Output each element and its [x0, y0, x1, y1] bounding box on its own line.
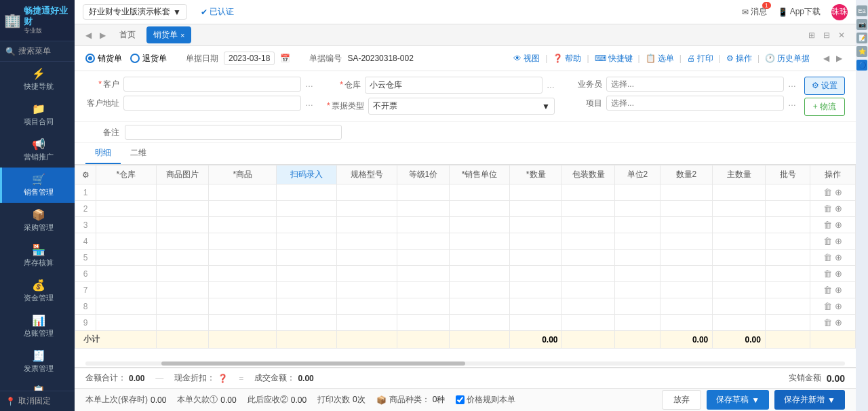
row-1-price[interactable]	[397, 184, 450, 201]
sidebar-item-invoice[interactable]: 🧾 发票管理	[0, 344, 75, 379]
row-1-warehouse[interactable]	[96, 184, 157, 201]
invoice-select[interactable]: 不开票 ▼	[368, 98, 555, 115]
project-dots[interactable]: …	[788, 98, 796, 108]
next-record-btn[interactable]: ▶	[833, 52, 845, 64]
save-new-btn[interactable]: 保存并新增 ▼	[774, 390, 845, 410]
tab-home[interactable]: 首页	[111, 26, 144, 43]
customer-dots[interactable]: …	[305, 79, 313, 89]
tab-sales-order[interactable]: 销货单 ×	[146, 26, 191, 43]
operate-btn[interactable]: ⚙ 操作	[726, 53, 752, 64]
sidebar-item-tax[interactable]: 📋 税务管理	[0, 379, 75, 391]
price-check-checkbox[interactable]	[456, 395, 465, 404]
scroll-thumb[interactable]	[161, 361, 465, 366]
row-3-copy-btn[interactable]: ⊕	[835, 220, 842, 230]
sidebar-search[interactable]: 🔍 搜索菜单	[0, 41, 75, 62]
tab-close-icon[interactable]: ×	[180, 31, 184, 39]
row-7-copy-btn[interactable]: ⊕	[835, 285, 842, 295]
row-6-copy-btn[interactable]: ⊕	[835, 269, 842, 279]
row-1-spec[interactable]	[336, 184, 397, 201]
view-btn[interactable]: 👁 视图	[513, 53, 540, 64]
sidebar-item-marketing[interactable]: 📢 营销推广	[0, 132, 75, 168]
sidebar-item-project[interactable]: 📁 项目合同	[0, 97, 75, 132]
row-1-qty2[interactable]	[660, 184, 713, 201]
prev-record-btn[interactable]: ◀	[821, 52, 832, 64]
staff-input[interactable]	[606, 77, 784, 92]
save-draft-btn[interactable]: 保存草稿 ▼	[707, 390, 769, 410]
help-btn[interactable]: ❓ 帮助	[553, 53, 581, 64]
sidebar-item-purchase[interactable]: 📦 采购管理	[0, 203, 75, 238]
project-input[interactable]	[606, 96, 784, 111]
tab-next-btn[interactable]: ▶	[97, 29, 108, 41]
app-download-btn[interactable]: 📱 App下载	[778, 6, 821, 18]
sidebar-item-sales[interactable]: 🛒 销售管理	[0, 168, 75, 203]
horizontal-scrollbar[interactable]	[85, 361, 845, 366]
staff-dots[interactable]: …	[788, 79, 796, 89]
row-8-delete-btn[interactable]: 🗑	[823, 301, 832, 311]
row-5-delete-btn[interactable]: 🗑	[823, 252, 832, 262]
row-1-goods[interactable]	[209, 184, 277, 201]
row-1-unit2[interactable]	[615, 184, 660, 201]
row-6-delete-btn[interactable]: 🗑	[823, 269, 832, 279]
abandon-btn[interactable]: 放弃	[662, 390, 701, 410]
row-1-batch[interactable]	[765, 184, 810, 201]
row-2-delete-btn[interactable]: 🗑	[823, 203, 832, 214]
address-dots[interactable]: …	[305, 98, 313, 108]
row-9-delete-btn[interactable]: 🗑	[823, 317, 832, 328]
row-4-copy-btn[interactable]: ⊕	[835, 236, 842, 246]
price-check-label[interactable]: 价格规则本单	[456, 394, 515, 406]
radio-return-order[interactable]: 退货单	[130, 53, 167, 64]
address-input[interactable]	[123, 96, 301, 111]
rfp-btn-5[interactable]: 🔵	[856, 60, 867, 71]
radio-sales-order[interactable]: 销货单	[85, 53, 122, 64]
row-1-main-qty[interactable]	[713, 184, 766, 201]
col-settings[interactable]: ⚙	[75, 165, 96, 184]
row-1-scan[interactable]	[277, 184, 337, 201]
row-7-delete-btn[interactable]: 🗑	[823, 285, 832, 295]
row-1-unit[interactable]	[450, 184, 510, 201]
customer-input[interactable]	[123, 77, 301, 92]
row-9-copy-btn[interactable]: ⊕	[835, 317, 842, 328]
setup-btn[interactable]: ⚙ 设置	[804, 77, 845, 95]
add-goods-btn[interactable]: + 物流	[804, 98, 845, 116]
warehouse-value[interactable]: 小云仓库	[365, 77, 542, 94]
row-1-copy-btn[interactable]: ⊕	[835, 187, 842, 197]
warehouse-dots[interactable]: …	[547, 81, 555, 90]
sidebar-item-quick-nav[interactable]: ⚡ 快捷导航	[0, 62, 75, 97]
tab-2d[interactable]: 二维	[121, 143, 156, 164]
tab-detail[interactable]: 明细	[85, 143, 121, 164]
row-1-qty[interactable]	[509, 184, 562, 201]
history-btn[interactable]: 🕐 历史单据	[765, 53, 810, 64]
sidebar-item-accounting[interactable]: 📊 总账管理	[0, 309, 75, 344]
tab-prev-btn[interactable]: ◀	[83, 29, 94, 41]
sidebar-item-accounting-label: 总账管理	[24, 328, 54, 338]
user-profile[interactable]: 珠珠	[831, 4, 848, 20]
row-5-copy-btn[interactable]: ⊕	[835, 252, 842, 262]
date-input[interactable]: 2023-03-18	[224, 52, 275, 65]
note-input[interactable]	[125, 125, 342, 140]
print-btn[interactable]: 🖨 打印	[687, 53, 713, 64]
sidebar-unpin-btn[interactable]: 📍 取消固定	[0, 391, 75, 411]
tab-layout-btn2[interactable]: ⊟	[821, 29, 833, 41]
help-discount-icon[interactable]: ❓	[218, 374, 228, 383]
row-8-copy-btn[interactable]: ⊕	[835, 301, 842, 311]
message-btn[interactable]: ✉ 1 消息	[742, 6, 767, 18]
row-3-delete-btn[interactable]: 🗑	[823, 220, 832, 230]
row-4-delete-btn[interactable]: 🗑	[823, 236, 832, 246]
col-scan[interactable]: 扫码录入	[277, 165, 337, 184]
rfp-btn-4[interactable]: ⭐	[856, 46, 867, 57]
rfp-btn-1[interactable]: Ea	[856, 5, 867, 16]
calendar-icon[interactable]: 📅	[280, 54, 290, 63]
row-2-copy-btn[interactable]: ⊕	[835, 203, 842, 214]
row-1-pack-qty[interactable]	[562, 184, 615, 201]
company-selector[interactable]: 好业财专业版演示帐套 ▼	[83, 4, 187, 20]
rfp-btn-3[interactable]: 📝	[856, 33, 867, 43]
row-1-image[interactable]	[156, 184, 209, 201]
shortcut-btn[interactable]: ⌨ 快捷键	[595, 53, 633, 64]
rfp-btn-2[interactable]: 📷	[856, 19, 867, 30]
sidebar-item-funds[interactable]: 💰 资金管理	[0, 273, 75, 309]
tab-layout-btn1[interactable]: ⊞	[806, 29, 818, 41]
tab-close-all[interactable]: ✕	[835, 29, 848, 41]
select-btn[interactable]: 📋 选单	[646, 53, 674, 64]
row-1-delete-btn[interactable]: 🗑	[823, 187, 832, 197]
sidebar-item-inventory[interactable]: 🏪 库存核算	[0, 238, 75, 273]
